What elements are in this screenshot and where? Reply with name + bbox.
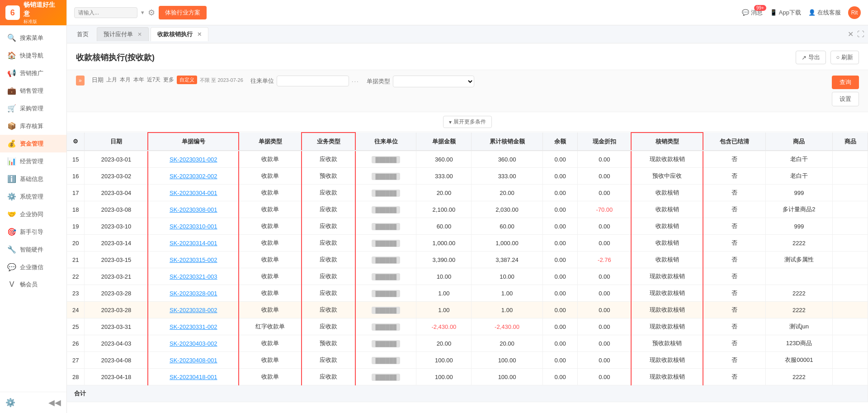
expand-more-btn[interactable]: ▾ 展开更多条件 [443,116,492,128]
order-link[interactable]: SK-20230331-002 [170,323,217,330]
order-link[interactable]: SK-20230328-001 [170,290,217,297]
system-label: 系统管理 [20,193,43,201]
expand-icon: ▾ [449,119,452,125]
row-product2 [833,168,868,185]
sidebar-item-sales[interactable]: 💼销售管理 [0,82,66,100]
more-dots[interactable]: ··· [352,78,359,85]
sidebar-item-system[interactable]: ⚙️系统管理 [0,188,66,205]
order-link[interactable]: SK-20230302-002 [170,173,217,180]
date-last-month[interactable]: 上月 [106,76,117,84]
table-row[interactable]: 27 2023-04-08 SK-20230408-001 收款单 应收款 ██… [67,352,868,369]
partner-input[interactable] [277,76,349,86]
date-this-year[interactable]: 本年 [133,76,144,84]
query-btn[interactable]: 查询 [832,76,859,89]
sidebar-item-inventory[interactable]: 📦库存核算 [0,117,66,135]
export-icon: ↗ [802,54,807,61]
row-partner: ██████ [355,352,416,369]
refresh-btn[interactable]: ○ 刷新 [830,51,859,64]
order-link[interactable]: SK-20230310-001 [170,223,217,230]
sidebar-item-guide[interactable]: 🎯新手引导 [0,223,66,241]
page-header: 收款核销执行(按收款) ↗ 导出 ○ 刷新 [67,43,868,70]
logo-icon: 6 [5,5,20,20]
filter-toggle-btn[interactable]: » [76,76,85,85]
tab-expand-icon[interactable]: ⛶ [857,30,864,38]
row-cumulative: 3,387.24 [472,252,542,268]
purchase-label: 采购管理 [20,104,43,113]
date-this-month[interactable]: 本月 [120,76,131,84]
sidebar-item-search-menu[interactable]: 🔍搜索菜单 [0,29,66,47]
sidebar-item-wechat[interactable]: 💬企业微信 [0,258,66,276]
table-row[interactable]: 21 2023-03-15 SK-20230315-002 收款单 应收款 ██… [67,252,868,268]
tab-verify-exec[interactable]: 收款核销执行 ✕ [151,27,208,41]
order-link[interactable]: SK-20230314-001 [170,240,217,247]
table-row[interactable]: 23 2023-03-28 SK-20230328-001 收款单 应收款 ██… [67,285,868,302]
row-verify-type: 现款收款核销 [631,369,703,385]
row-balance: 0.00 [542,285,578,302]
refresh-icon: ○ [836,54,840,61]
order-link[interactable]: SK-20230308-001 [170,206,217,213]
date-custom-btn[interactable]: 自定义 [177,76,197,84]
order-link[interactable]: SK-20230301-002 [170,156,217,163]
row-order-no: SK-20230328-002 [148,302,239,318]
order-link[interactable]: SK-20230403-002 [170,340,217,347]
row-biz-type: 应收款 [302,318,355,335]
sidebar-item-member[interactable]: V畅会员 [0,276,66,293]
tab-home[interactable]: 首页 [71,28,95,41]
order-link[interactable]: SK-20230408-001 [170,357,217,364]
export-btn[interactable]: ↗ 导出 [796,51,826,64]
table-row[interactable]: 16 2023-03-02 SK-20230302-002 收款单 预收款 ██… [67,168,868,185]
online-service-item[interactable]: 👤 在线客服 [808,9,841,17]
sidebar-item-marketing[interactable]: 📢营销推广 [0,64,66,82]
row-cash-discount: 0.00 [578,285,631,302]
basic-info-label: 基础信息 [20,175,43,183]
tab-pre-pending[interactable]: 预计应付单 ✕ [97,27,149,41]
order-link[interactable]: SK-20230321-003 [170,273,217,280]
row-no: 16 [67,168,85,185]
date-more[interactable]: 更多 [163,76,174,84]
filter-settings-btn[interactable]: 设置 [832,92,859,106]
row-no: 27 [67,352,85,369]
sidebar-item-operations[interactable]: 📊经营管理 [0,152,66,170]
row-verify-type: 预收款核销 [631,335,703,352]
gear-icon[interactable]: ⚙ [148,8,155,18]
app-download-item[interactable]: 📱 App下载 [770,9,801,17]
tab-close-all-icon[interactable]: ✕ [848,30,854,38]
collapse-icon[interactable]: ◀◀ [48,398,61,408]
messages-item[interactable]: 💬 消息 99+ [742,9,763,17]
row-biz-type: 应收款 [302,185,355,201]
sidebar-item-enterprise[interactable]: 🤝企业协同 [0,205,66,223]
industry-btn[interactable]: 体验行业方案 [159,6,207,19]
th-settings[interactable]: ⚙ [67,133,85,151]
sidebar-item-basic-info[interactable]: ℹ️基础信息 [0,170,66,188]
order-link[interactable]: SK-20230315-002 [170,256,217,263]
order-link[interactable]: SK-20230328-002 [170,307,217,313]
tab-pre-pending-close[interactable]: ✕ [137,31,142,38]
table-row[interactable]: 15 2023-03-01 SK-20230301-002 收款单 应收款 ██… [67,151,868,168]
quick-nav-icon: 🏠 [7,51,16,60]
table-row[interactable]: 25 2023-03-31 SK-20230331-002 红字收款单 应收款 … [67,318,868,335]
sidebar-item-quick-nav[interactable]: 🏠快捷导航 [0,47,66,64]
settings-bottom-icon[interactable]: ⚙️ [5,398,15,408]
tab-verify-exec-close[interactable]: ✕ [197,31,202,38]
date-last-7days[interactable]: 近7天 [147,76,161,84]
table-row[interactable]: 26 2023-04-03 SK-20230403-002 收款单 预收款 ██… [67,335,868,352]
row-product: 老白干 [765,168,832,185]
table-row[interactable]: 20 2023-03-14 SK-20230314-001 收款单 应收款 ██… [67,235,868,252]
table-row[interactable]: 19 2023-03-10 SK-20230310-001 收款单 应收款 ██… [67,218,868,235]
row-include-settled: 否 [703,235,765,252]
table-row[interactable]: 22 2023-03-21 SK-20230321-003 收款单 应收款 ██… [67,268,868,285]
table-row[interactable]: 28 2023-04-18 SK-20230418-001 收款单 应收款 ██… [67,369,868,385]
order-link[interactable]: SK-20230418-001 [170,374,217,380]
sidebar-item-finance[interactable]: 💰资金管理 [0,135,66,152]
table-row[interactable]: 24 2023-03-28 SK-20230328-002 收款单 应收款 ██… [67,302,868,318]
user-avatar[interactable]: Rit [848,6,861,19]
sidebar-item-hardware[interactable]: 🔧智能硬件 [0,241,66,258]
table-row[interactable]: 18 2023-03-08 SK-20230308-001 收款单 应收款 ██… [67,201,868,218]
sidebar-item-purchase[interactable]: 🛒采购管理 [0,100,66,117]
row-product2 [833,352,868,369]
breadcrumb-input[interactable] [74,7,137,18]
order-link[interactable]: SK-20230304-001 [170,190,217,196]
row-cash-discount: 0.00 [578,352,631,369]
table-row[interactable]: 17 2023-03-04 SK-20230304-001 收款单 应收款 ██… [67,185,868,201]
receipt-type-select[interactable] [393,76,474,87]
